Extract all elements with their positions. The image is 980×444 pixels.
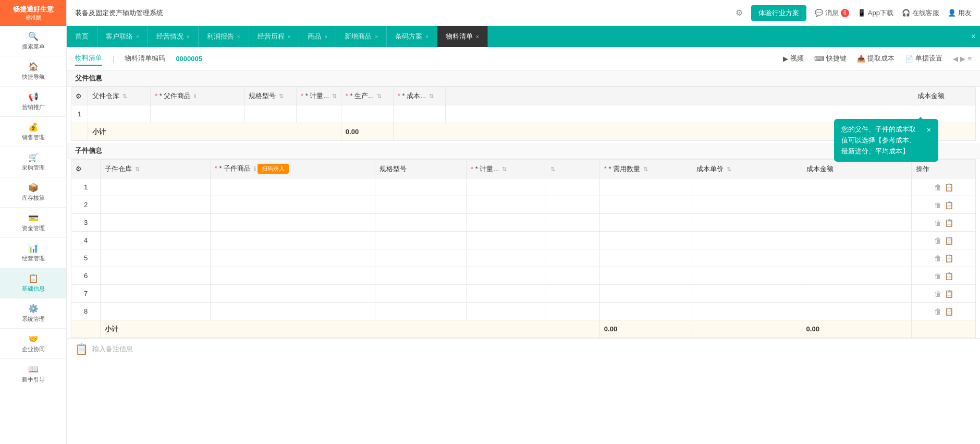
sort-icon5[interactable]: ⇅ xyxy=(429,93,434,99)
parent-cell-unit-1[interactable] xyxy=(297,105,341,123)
sort-icon4[interactable]: ⇅ xyxy=(377,93,382,99)
copy-icon[interactable]: 📋 xyxy=(945,272,953,280)
sidebar-item-search[interactable]: 🔍 搜索菜单 xyxy=(0,26,66,56)
delete-icon[interactable]: 🗑 xyxy=(934,272,941,280)
child-cell-unit[interactable] xyxy=(466,267,545,285)
sort-icon3[interactable]: ⇅ xyxy=(332,93,337,99)
child-cell-amount[interactable] xyxy=(802,214,912,232)
child-cell-spec[interactable] xyxy=(375,267,466,285)
parent-cell-warehouse-1[interactable] xyxy=(88,105,151,123)
copy-icon[interactable]: 📋 xyxy=(945,290,953,298)
sidebar-item-basic-info[interactable]: 📋 基础信息 xyxy=(0,268,66,298)
sort-icon[interactable]: ⇅ xyxy=(123,93,127,99)
child-cell-amount[interactable] xyxy=(802,285,912,303)
child-cell-spec[interactable] xyxy=(375,285,466,303)
tab-products-close[interactable]: × xyxy=(324,34,327,40)
child-cell-warehouse[interactable] xyxy=(101,267,211,285)
child-cell-unit-cost[interactable] xyxy=(692,285,802,303)
settings-icon[interactable]: ⚙ xyxy=(736,8,743,18)
tab-home[interactable]: 首页 xyxy=(67,26,97,47)
child-cell-amount[interactable] xyxy=(802,303,912,320)
tab-profit-report[interactable]: 利润报告 × xyxy=(199,26,249,47)
copy-icon[interactable]: 📋 xyxy=(945,201,953,209)
tab-customers-close[interactable]: × xyxy=(136,34,139,40)
tab-new-products-close[interactable]: × xyxy=(375,34,378,40)
child-cell-unit[interactable] xyxy=(466,285,545,303)
child-cell-unit-cost[interactable] xyxy=(692,232,802,249)
delete-icon[interactable]: 🗑 xyxy=(934,219,941,227)
delete-icon[interactable]: 🗑 xyxy=(934,183,941,191)
nav-prev-icon[interactable]: ◀ xyxy=(953,55,958,63)
child-cell-unit-cost[interactable] xyxy=(692,214,802,232)
child-cell-warehouse[interactable] xyxy=(101,196,211,214)
delete-icon[interactable]: 🗑 xyxy=(934,201,941,209)
sidebar-item-system[interactable]: ⚙️ 系统管理 xyxy=(0,298,66,329)
delete-icon[interactable]: 🗑 xyxy=(934,290,941,298)
tab-customers[interactable]: 客户联络 × xyxy=(97,26,148,47)
child-cell-warehouse[interactable] xyxy=(101,178,211,196)
sort-icon-cw[interactable]: ⇅ xyxy=(135,166,140,172)
child-cell-needed[interactable] xyxy=(599,196,692,214)
delete-icon[interactable]: 🗑 xyxy=(934,254,941,262)
child-cell-needed[interactable] xyxy=(599,267,692,285)
child-cell-product[interactable] xyxy=(210,249,375,267)
tab-operation-status[interactable]: 经营情况 × xyxy=(148,26,199,47)
delete-icon[interactable]: 🗑 xyxy=(934,307,941,316)
note-label[interactable]: 输入备注信息 xyxy=(92,344,133,354)
child-cell-amount[interactable] xyxy=(802,249,912,267)
child-cell-product[interactable] xyxy=(210,267,375,285)
tab-operation-history[interactable]: 经营历程 × xyxy=(249,26,300,47)
sidebar-item-guide[interactable]: 📖 新手引导 xyxy=(0,359,66,389)
child-cell-product[interactable] xyxy=(210,285,375,303)
sidebar-item-enterprise[interactable]: 🤝 企业协同 xyxy=(0,329,66,359)
tab-operation-history-close[interactable]: × xyxy=(288,34,291,40)
tooltip-close[interactable]: × xyxy=(927,124,931,136)
child-cell-unit-cost[interactable] xyxy=(692,178,802,196)
nav-next-icon[interactable]: ▶ xyxy=(960,55,965,63)
message-action[interactable]: 💬 消息 6 xyxy=(815,8,849,18)
child-cell-unit[interactable] xyxy=(466,232,545,249)
child-cell-unit[interactable] xyxy=(466,303,545,320)
child-cell-product[interactable] xyxy=(210,214,375,232)
child-cell-needed[interactable] xyxy=(599,249,692,267)
tab-operation-status-close[interactable]: × xyxy=(187,34,190,40)
child-cell-amount[interactable] xyxy=(802,178,912,196)
child-cell-unit-cost[interactable] xyxy=(692,303,802,320)
th-child-settings[interactable]: ⚙ xyxy=(71,160,101,178)
child-cell-unit[interactable] xyxy=(466,196,545,214)
sort-icon-cu[interactable]: ⇅ xyxy=(502,166,507,172)
tab-profit-report-close[interactable]: × xyxy=(237,34,240,40)
close-all-tabs[interactable]: × xyxy=(967,32,980,41)
sub-tab-bom-list[interactable]: 物料清单 xyxy=(75,51,102,66)
sort-icon-cuc[interactable]: ⇅ xyxy=(727,166,731,172)
scan-button[interactable]: 扫码录入 xyxy=(258,164,289,174)
child-cell-warehouse[interactable] xyxy=(101,249,211,267)
child-cell-amount[interactable] xyxy=(802,232,912,249)
child-cell-unit[interactable] xyxy=(466,249,545,267)
parent-cell-product-1[interactable] xyxy=(151,105,244,123)
sub-tab-bom-code[interactable]: 物料清单编码 xyxy=(125,52,165,65)
tab-bom-close[interactable]: × xyxy=(476,34,479,40)
extract-cost-btn[interactable]: 📥 提取成本 xyxy=(857,54,895,63)
sort-icon-cn[interactable]: ⇅ xyxy=(643,166,648,172)
child-cell-unit-cost[interactable] xyxy=(692,196,802,214)
child-cell-product[interactable] xyxy=(210,196,375,214)
child-cell-spec[interactable] xyxy=(375,196,466,214)
copy-icon[interactable]: 📋 xyxy=(945,219,953,227)
delete-icon[interactable]: 🗑 xyxy=(934,236,941,245)
th-parent-settings[interactable]: ⚙ xyxy=(71,87,88,105)
child-cell-unit[interactable] xyxy=(466,214,545,232)
parent-cell-spec-1[interactable] xyxy=(244,105,297,123)
child-cell-product[interactable] xyxy=(210,232,375,249)
sidebar-item-operation[interactable]: 📊 经营管理 xyxy=(0,238,66,268)
child-cell-product[interactable] xyxy=(210,178,375,196)
child-cell-warehouse[interactable] xyxy=(101,232,211,249)
child-cell-product[interactable] xyxy=(210,303,375,320)
parent-cell-cost-1[interactable] xyxy=(393,105,445,123)
child-cell-unit-cost[interactable] xyxy=(692,267,802,285)
copy-icon[interactable]: 📋 xyxy=(945,183,953,191)
child-cell-spec[interactable] xyxy=(375,303,466,320)
sidebar-item-sales[interactable]: 💰 销售管理 xyxy=(0,117,66,147)
shortcut-btn[interactable]: ⌨ 快捷键 xyxy=(814,54,847,63)
copy-icon[interactable]: 📋 xyxy=(945,307,953,316)
